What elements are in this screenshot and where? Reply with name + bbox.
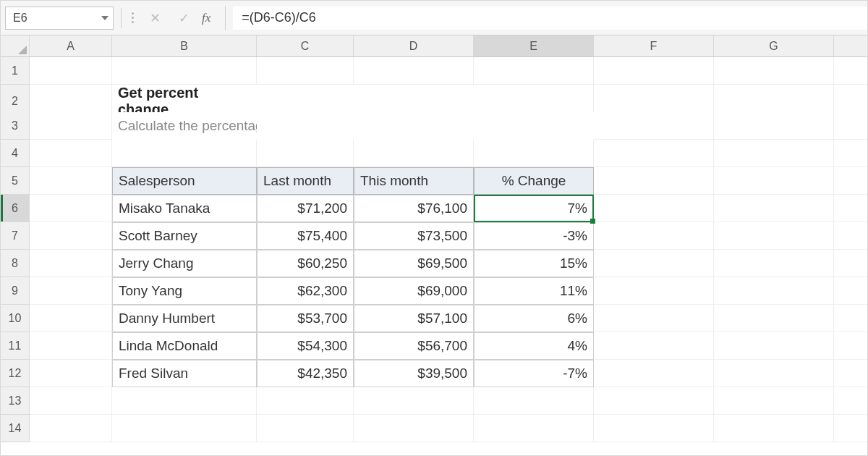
select-all-corner[interactable] — [1, 35, 30, 56]
cell-d9-this[interactable]: $69,000 — [354, 277, 474, 305]
cell-a7[interactable] — [30, 222, 112, 250]
cell-c8-last[interactable]: $60,250 — [257, 250, 354, 277]
cell-h6[interactable] — [834, 195, 868, 222]
cell-e10-pct[interactable]: 6% — [474, 305, 594, 332]
cell-f14[interactable] — [594, 415, 714, 442]
cell-h9[interactable] — [834, 277, 868, 305]
cell-g10[interactable] — [714, 305, 834, 332]
cell-d6-this[interactable]: $76,100 — [354, 195, 474, 222]
cell-b12-name[interactable]: Fred Silvan — [112, 360, 257, 387]
cell-b14[interactable] — [112, 415, 257, 442]
row-header-7[interactable]: 7 — [1, 222, 30, 250]
cell-e9-pct[interactable]: 11% — [474, 277, 594, 305]
cell-c10-last[interactable]: $53,700 — [257, 305, 354, 332]
col-header-a[interactable]: A — [30, 35, 112, 56]
cell-h1[interactable] — [834, 57, 868, 85]
row-header-12[interactable]: 12 — [1, 360, 30, 387]
row-header-5[interactable]: 5 — [1, 167, 30, 195]
col-header-e[interactable]: E — [474, 35, 594, 56]
cell-a10[interactable] — [30, 305, 112, 332]
cell-e6-pct-active[interactable]: 7% — [474, 195, 594, 222]
cell-f13[interactable] — [594, 387, 714, 415]
col-header-c[interactable]: C — [257, 35, 354, 56]
cell-f12[interactable] — [594, 360, 714, 387]
cell-g8[interactable] — [714, 250, 834, 277]
cell-d14[interactable] — [354, 415, 474, 442]
cell-b11-name[interactable]: Linda McDonald — [112, 332, 257, 360]
cell-c3[interactable] — [257, 112, 354, 140]
cell-a4[interactable] — [30, 140, 112, 167]
cell-g3[interactable] — [714, 112, 834, 140]
cell-a9[interactable] — [30, 277, 112, 305]
col-header-f[interactable]: F — [594, 35, 714, 56]
col-header-b[interactable]: B — [112, 35, 257, 56]
cell-h3[interactable] — [834, 112, 868, 140]
row-header-8[interactable]: 8 — [1, 250, 30, 277]
cell-e13[interactable] — [474, 387, 594, 415]
row-header-9[interactable]: 9 — [1, 277, 30, 305]
cell-f1[interactable] — [594, 57, 714, 85]
cell-d3[interactable] — [354, 112, 474, 140]
cell-c13[interactable] — [257, 387, 354, 415]
cell-f7[interactable] — [594, 222, 714, 250]
chevron-down-icon[interactable] — [101, 16, 109, 20]
cell-c4[interactable] — [257, 140, 354, 167]
table-header-this-month[interactable]: This month — [354, 167, 474, 195]
cell-c12-last[interactable]: $42,350 — [257, 360, 354, 387]
row-header-3[interactable]: 3 — [1, 112, 30, 140]
cell-c14[interactable] — [257, 415, 354, 442]
cell-g11[interactable] — [714, 332, 834, 360]
cell-h14[interactable] — [834, 415, 868, 442]
col-header-d[interactable]: D — [354, 35, 474, 56]
row-header-1[interactable]: 1 — [1, 57, 30, 85]
cell-g14[interactable] — [714, 415, 834, 442]
cell-f6[interactable] — [594, 195, 714, 222]
row-header-14[interactable]: 14 — [1, 415, 30, 442]
cell-f5[interactable] — [594, 167, 714, 195]
col-header-h[interactable]: H — [834, 35, 868, 56]
cell-h13[interactable] — [834, 387, 868, 415]
cell-f4[interactable] — [594, 140, 714, 167]
cell-e11-pct[interactable]: 4% — [474, 332, 594, 360]
cell-f11[interactable] — [594, 332, 714, 360]
cell-b6-name[interactable]: Misako Tanaka — [112, 195, 257, 222]
cell-e14[interactable] — [474, 415, 594, 442]
cell-e1[interactable] — [474, 57, 594, 85]
cell-h12[interactable] — [834, 360, 868, 387]
fill-handle[interactable] — [590, 219, 595, 224]
col-header-g[interactable]: G — [714, 35, 834, 56]
accept-button[interactable]: ✓ — [173, 7, 195, 29]
cell-d7-this[interactable]: $73,500 — [354, 222, 474, 250]
cell-g6[interactable] — [714, 195, 834, 222]
cell-c6-last[interactable]: $71,200 — [257, 195, 354, 222]
cell-a13[interactable] — [30, 387, 112, 415]
cell-f8[interactable] — [594, 250, 714, 277]
cell-h8[interactable] — [834, 250, 868, 277]
row-header-10[interactable]: 10 — [1, 305, 30, 332]
cell-h11[interactable] — [834, 332, 868, 360]
cell-b10-name[interactable]: Danny Humbert — [112, 305, 257, 332]
cell-h4[interactable] — [834, 140, 868, 167]
cell-a14[interactable] — [30, 415, 112, 442]
table-header-salesperson[interactable]: Salesperson — [112, 167, 257, 195]
cell-d12-this[interactable]: $39,500 — [354, 360, 474, 387]
cell-d1[interactable] — [354, 57, 474, 85]
cell-g4[interactable] — [714, 140, 834, 167]
cell-a5[interactable] — [30, 167, 112, 195]
cell-d13[interactable] — [354, 387, 474, 415]
cell-c11-last[interactable]: $54,300 — [257, 332, 354, 360]
cell-f3[interactable] — [594, 112, 714, 140]
cell-a11[interactable] — [30, 332, 112, 360]
cell-b3-subtitle[interactable]: Calculate the percentage change between … — [112, 112, 257, 140]
cell-h10[interactable] — [834, 305, 868, 332]
cell-e12-pct[interactable]: -7% — [474, 360, 594, 387]
cell-c7-last[interactable]: $75,400 — [257, 222, 354, 250]
cell-g5[interactable] — [714, 167, 834, 195]
cell-f10[interactable] — [594, 305, 714, 332]
cell-h7[interactable] — [834, 222, 868, 250]
cancel-button[interactable]: ✕ — [144, 7, 166, 29]
cell-f9[interactable] — [594, 277, 714, 305]
cell-g12[interactable] — [714, 360, 834, 387]
table-header-pct-change[interactable]: % Change — [474, 167, 594, 195]
cell-a3[interactable] — [30, 112, 112, 140]
